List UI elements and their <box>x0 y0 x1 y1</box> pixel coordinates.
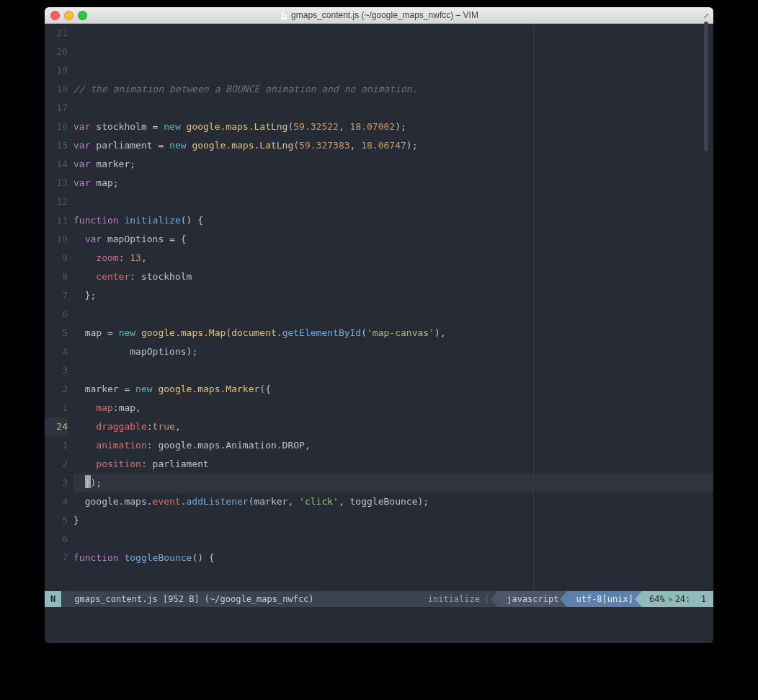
code-line[interactable] <box>73 305 713 324</box>
code-line[interactable] <box>73 567 713 586</box>
scrollbar[interactable] <box>704 22 708 151</box>
code-line[interactable]: function initialize() { <box>73 211 713 230</box>
code-line[interactable]: var stockholm = new google.maps.LatLng(5… <box>73 118 713 136</box>
mode-indicator: N <box>45 591 61 607</box>
traffic-lights <box>50 11 87 20</box>
code-line[interactable]: center: stockholm <box>73 267 713 286</box>
function-segment: initialize⟨javascript <box>421 591 498 607</box>
code-line[interactable] <box>73 361 713 380</box>
code-line[interactable]: map = new google.maps.Map(document.getEl… <box>73 324 713 342</box>
code-line[interactable]: mapOptions); <box>73 342 713 361</box>
line-number-gutter: 2120191817161514131211109876543212412345… <box>45 24 72 591</box>
code-line[interactable]: var mapOptions = { <box>73 230 713 249</box>
code-line[interactable]: map:map, <box>73 399 713 417</box>
code-line[interactable]: var parliament = new google.maps.LatLng(… <box>73 136 713 155</box>
code-line[interactable]: // the animation between a BOUNCE animat… <box>73 80 713 99</box>
code-line[interactable]: }); <box>73 474 713 492</box>
statusline: N gmaps_content.js [952 B] (~/google_map… <box>45 591 713 607</box>
encoding-segment: utf-8[unix] <box>567 591 641 607</box>
editor[interactable]: 2120191817161514131211109876543212412345… <box>45 24 713 591</box>
zoom-icon[interactable] <box>78 11 87 20</box>
filetype-segment: javascript <box>498 591 567 607</box>
code-line[interactable]: var marker; <box>73 155 713 174</box>
code-line[interactable]: draggable:true, <box>73 417 713 436</box>
color-column <box>533 24 534 591</box>
terminal-window: 📄 gmaps_content.js (~/google_maps_nwfcc)… <box>45 7 713 643</box>
file-icon: 📄 <box>280 12 288 19</box>
code-line[interactable]: google.maps.event.addListener(marker, 'c… <box>73 492 713 511</box>
code-line[interactable]: var map; <box>73 174 713 192</box>
minimize-icon[interactable] <box>64 11 73 20</box>
code-line[interactable]: marker = new google.maps.Marker({ <box>73 380 713 399</box>
code-line[interactable] <box>73 99 713 118</box>
code-line[interactable]: }; <box>73 286 713 305</box>
close-icon[interactable] <box>50 11 60 20</box>
code-line[interactable]: position: parliament <box>73 455 713 474</box>
code-line[interactable]: animation: google.maps.Animation.DROP, <box>73 436 713 455</box>
code-line[interactable]: if (marker.getAnimation() != null) { <box>73 586 713 591</box>
position-segment: 64% ㏑ 24: 1 <box>642 591 713 607</box>
file-segment: gmaps_content.js [952 B] (~/google_maps_… <box>61 591 321 607</box>
titlebar[interactable]: 📄 gmaps_content.js (~/google_maps_nwfcc)… <box>45 7 713 24</box>
code-area[interactable]: // the animation between a BOUNCE animat… <box>72 24 713 591</box>
maximize-icon[interactable]: ⤢ <box>703 12 709 19</box>
window-title: gmaps_content.js (~/google_maps_nwfcc) –… <box>291 10 478 20</box>
code-line[interactable] <box>73 192 713 211</box>
line-col-glyph: ㏑ <box>667 595 673 604</box>
bottom-padding <box>45 607 713 643</box>
code-line[interactable]: } <box>73 511 713 530</box>
code-line[interactable]: function toggleBounce() { <box>73 549 713 567</box>
code-line[interactable] <box>73 530 713 549</box>
code-line[interactable]: zoom: 13, <box>73 249 713 267</box>
